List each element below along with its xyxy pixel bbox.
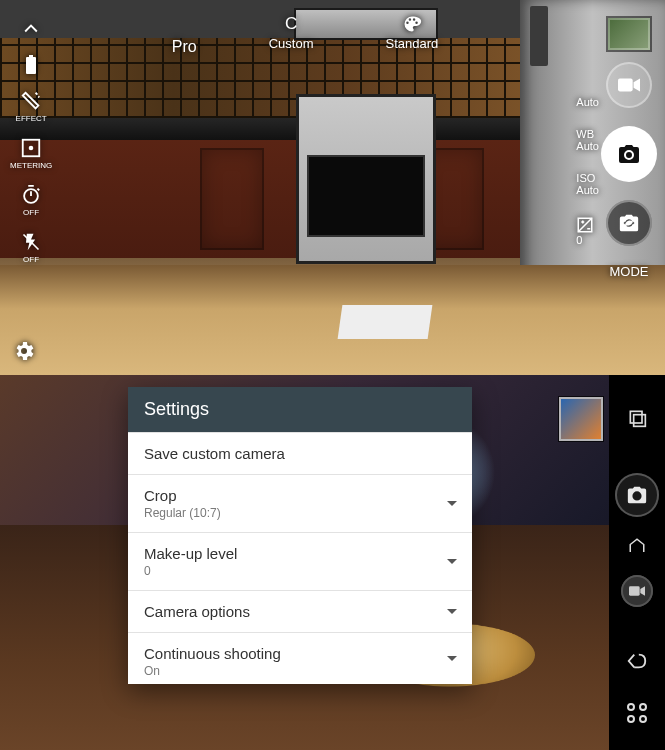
svg-rect-8 <box>634 415 646 427</box>
svg-rect-7 <box>630 411 642 423</box>
video-icon <box>618 77 640 93</box>
row-title: Crop <box>144 487 456 504</box>
row-subtitle: Regular (10:7) <box>144 506 456 520</box>
camera-settings-screen: Settings Save custom camera Crop Regular… <box>0 375 665 750</box>
wb-label: Auto <box>576 140 599 152</box>
battery-icon <box>20 54 42 76</box>
wb-key: WB <box>576 128 594 140</box>
iso-key: ISO <box>576 172 595 184</box>
iso-button[interactable]: ISO Auto <box>576 172 599 196</box>
switch-camera-button[interactable] <box>606 200 652 246</box>
af-button[interactable]: Auto <box>576 82 599 108</box>
af-icon <box>576 82 598 96</box>
af-label: Auto <box>576 96 599 108</box>
svg-point-4 <box>24 189 38 203</box>
home-icon <box>628 537 646 555</box>
flash-off-label: OFF <box>23 255 39 264</box>
gallery-thumbnail[interactable] <box>608 18 650 50</box>
timer-icon <box>20 184 42 206</box>
iso-label: Auto <box>576 184 599 196</box>
left-controls: EFFECT METERING OFF OFF <box>10 18 52 264</box>
svg-rect-1 <box>29 55 33 57</box>
pro-params: Auto WB Auto ISO Auto 0 <box>576 82 599 246</box>
recent-apps-button[interactable] <box>624 405 650 431</box>
chevron-up-icon <box>20 18 42 40</box>
ev-button[interactable]: 0 <box>576 216 599 246</box>
timer-off-label: OFF <box>23 208 39 217</box>
metering-icon <box>20 137 42 159</box>
camera-pro-screen: Pro C Custom Standard EFFECT <box>0 0 665 375</box>
gear-icon <box>12 339 36 363</box>
flash-off-icon <box>20 231 42 253</box>
shutter-button[interactable] <box>601 126 657 182</box>
recent-apps-icon <box>627 408 647 428</box>
row-title: Save custom camera <box>144 445 456 462</box>
switch-camera-icon <box>618 212 640 234</box>
mode-custom[interactable]: C Custom <box>269 14 314 56</box>
shutter-button-2[interactable] <box>615 473 659 517</box>
home-button[interactable] <box>624 533 650 559</box>
video-record-button-2[interactable] <box>621 575 653 607</box>
viewfinder-image <box>0 0 665 375</box>
svg-rect-9 <box>629 586 640 595</box>
settings-row-save-custom[interactable]: Save custom camera <box>128 432 472 474</box>
mode-grid-button[interactable] <box>624 700 650 726</box>
ev-value: 0 <box>576 234 582 246</box>
mode-standard-label: Standard <box>385 36 438 51</box>
wb-button[interactable]: WB Auto <box>576 128 599 152</box>
settings-button[interactable] <box>12 339 36 363</box>
settings-row-crop[interactable]: Crop Regular (10:7) <box>128 474 472 532</box>
effect-icon <box>20 90 42 112</box>
svg-rect-6 <box>618 79 633 92</box>
row-title: Make-up level <box>144 545 456 562</box>
back-icon <box>626 650 648 672</box>
chevron-down-icon <box>446 556 458 568</box>
camera-icon <box>626 484 648 506</box>
flash-button[interactable]: OFF <box>10 231 52 264</box>
gallery-thumbnail-2[interactable] <box>561 399 601 439</box>
row-title: Continuous shooting <box>144 645 456 662</box>
camera-icon <box>617 142 641 166</box>
video-record-button[interactable] <box>606 62 652 108</box>
capture-column: MODE <box>601 0 657 375</box>
row-title: Camera options <box>144 603 456 620</box>
row-subtitle: On <box>144 664 456 678</box>
effect-label: EFFECT <box>16 114 47 123</box>
battery-indicator <box>10 54 52 76</box>
chevron-down-icon <box>446 653 458 665</box>
mode-button[interactable]: MODE <box>610 264 649 279</box>
effect-button[interactable]: EFFECT <box>10 90 52 123</box>
custom-c-icon: C <box>285 14 297 34</box>
timer-button[interactable]: OFF <box>10 184 52 217</box>
metering-label: METERING <box>10 161 52 170</box>
video-icon <box>629 585 645 597</box>
settings-panel: Settings Save custom camera Crop Regular… <box>128 387 472 684</box>
settings-row-makeup[interactable]: Make-up level 0 <box>128 532 472 590</box>
metering-button[interactable]: METERING <box>10 137 52 170</box>
row-subtitle: 0 <box>144 564 456 578</box>
collapse-button[interactable] <box>10 18 52 40</box>
svg-rect-0 <box>26 57 36 74</box>
mode-selector: Pro C Custom Standard <box>0 14 610 56</box>
mode-standard[interactable]: Standard <box>385 14 438 56</box>
settings-row-continuous[interactable]: Continuous shooting On <box>128 632 472 684</box>
system-nav-bar <box>609 375 665 750</box>
grid-icon <box>627 703 647 723</box>
chevron-down-icon <box>446 606 458 618</box>
mode-pro-label: Pro <box>172 38 197 56</box>
settings-row-camera-options[interactable]: Camera options <box>128 590 472 632</box>
svg-point-3 <box>29 146 34 151</box>
palette-icon <box>402 14 422 34</box>
chevron-down-icon <box>446 498 458 510</box>
settings-panel-title: Settings <box>128 387 472 432</box>
back-button[interactable] <box>624 648 650 674</box>
mode-pro[interactable]: Pro <box>172 14 197 56</box>
exposure-icon <box>576 216 594 234</box>
mode-custom-label: Custom <box>269 36 314 51</box>
